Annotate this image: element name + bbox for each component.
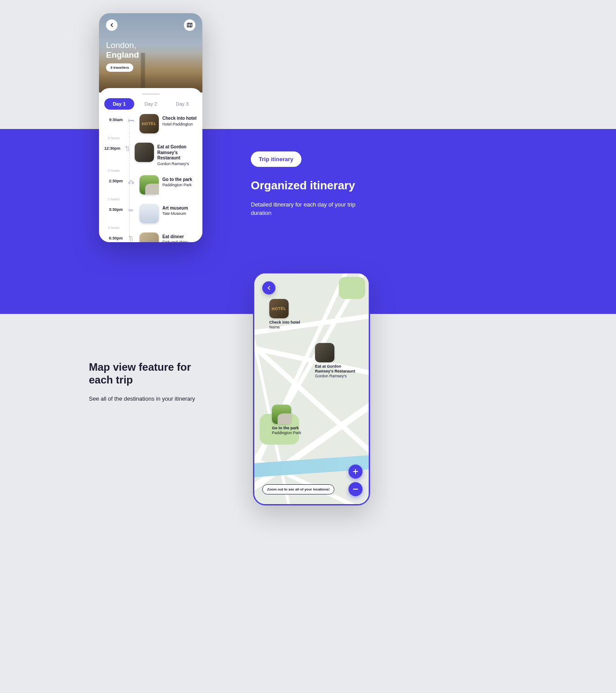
item-sub: Gordon Ramsey's [158,162,197,166]
map-pin[interactable]: Eat at Gordon Ramsey's Restaraunt Gordon… [315,343,359,378]
timeline: 9:30am Check into hotel Hotel Paddington… [104,114,197,242]
item-time: 12:30pm [104,143,121,151]
item-thumb [139,232,159,243]
item-sub: Hotel Paddington [162,122,197,126]
itinerary-sheet: Day 1 Day 2 Day 3 9:30am Check into hote… [99,88,202,242]
timeline-item[interactable]: 9:30am Check into hotel Hotel Paddington [104,114,197,133]
item-title: Check into hotel [162,116,197,122]
item-title: Eat at Gordon Ramsey's Restaraunt [158,144,197,161]
map-phone: Check into hotel Name Eat at Gordon Rams… [253,272,370,505]
waves-icon [126,204,136,214]
arrow-left-icon [266,285,272,291]
item-time: 6:30pm [104,232,123,240]
map-pin[interactable]: Check into hotel Name [269,299,313,329]
feature-title: Map view feature for each trip [89,361,203,387]
pin-title: Check into hotel [269,320,313,325]
plus-icon [352,468,359,475]
map-icon [187,22,193,28]
tab-day3[interactable]: Day 3 [167,98,197,110]
feature-itinerary-text: Trip itinerary Organized itinerary Detai… [251,151,374,217]
sheet-grabber[interactable] [142,93,160,95]
back-button[interactable] [106,19,117,31]
arrow-left-icon [109,22,115,28]
item-time: 2:30pm [104,175,123,183]
timeline-item[interactable]: 6:30pm Eat dinner Fish and chips [104,232,197,243]
item-thumb [139,204,159,223]
item-time: 9:30am [104,114,123,122]
item-sub: Tate Museum [162,211,188,216]
bed-icon [126,114,136,124]
zoom-hint: Zoom out to see all of your locations! [262,484,334,494]
day-tabs: Day 1 Day 2 Day 3 [104,98,197,110]
item-title: Go to the park [162,177,192,183]
pin-thumb [269,299,289,318]
item-thumb [135,143,154,162]
pin-thumb [272,405,291,424]
gap-label: 3 hours [108,136,197,140]
item-thumb [139,175,159,195]
travellers-badge[interactable]: 3 travellers [106,63,133,72]
timeline-item[interactable]: 2:30pm Go to the park Paddington Park [104,175,197,195]
tab-day1[interactable]: Day 1 [104,98,134,110]
fork-icon [124,143,131,152]
pin-title: Eat at Gordon Ramsey's Restaraunt [315,364,359,374]
itinerary-phone: London, England 3 travellers Day 1 Day 2… [99,13,202,242]
fork-icon [126,232,136,242]
item-title: Eat dinner [162,234,188,240]
feature-map-text: Map view feature for each trip See all o… [89,361,203,403]
gap-label: 2 hours [108,169,197,173]
map-back-button[interactable] [262,281,275,295]
item-time: 3:30pm [104,204,123,212]
pin-sub: Paddington Park [272,431,316,435]
destination-title: London, England [106,41,195,60]
item-sub: Fish and chips [162,240,188,242]
item-thumb [139,114,159,133]
item-sub: Paddington Park [162,183,192,187]
item-title: Art museum [162,206,188,211]
gap-label: 3 hours [108,226,197,230]
bike-icon [126,175,136,185]
map-pin[interactable]: Go to the park Paddington Park [272,405,316,435]
timeline-item[interactable]: 3:30pm Art museum Tate Museum [104,204,197,223]
pin-sub: Name [269,325,313,329]
zoom-in-button[interactable] [348,464,363,479]
map-button[interactable] [184,19,195,31]
feature-title: Organized itinerary [251,179,374,192]
zoom-out-button[interactable] [348,482,363,496]
timeline-item[interactable]: 12:30pm Eat at Gordon Ramsey's Restaraun… [104,143,197,166]
hero-header: London, England 3 travellers [99,13,202,92]
pin-sub: Gordon Ramsey's [315,374,359,378]
feature-badge: Trip itinerary [251,151,301,167]
gap-label: 1 hours [108,197,197,201]
feature-body: See all of the destinations in your itin… [89,394,203,403]
pin-thumb [315,343,334,362]
minus-icon [352,486,359,493]
tab-day2[interactable]: Day 2 [136,98,166,110]
pin-title: Go to the park [272,426,316,431]
feature-body: Detailed itinerary for each day of your … [251,200,374,217]
